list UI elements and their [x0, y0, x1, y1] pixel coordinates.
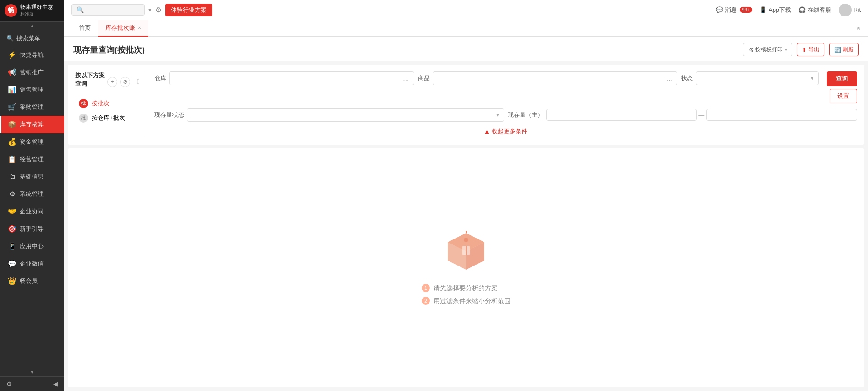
user-profile[interactable]: Rit	[839, 4, 861, 16]
user-name: Rit	[853, 6, 861, 13]
headset-icon: 🎧	[798, 6, 806, 13]
sidebar-item-finance[interactable]: 💰 资金管理	[0, 133, 64, 151]
filter-add-btn[interactable]: +	[107, 77, 117, 87]
sidebar-header: 畅 畅康通好生意 标准版	[0, 0, 64, 22]
filter-collapse-btn[interactable]: 《	[133, 78, 139, 86]
sidebar-item-app-center[interactable]: 📱 应用中心	[0, 238, 64, 255]
sidebar-item-wechat[interactable]: 💬 企业微信	[0, 255, 64, 272]
finance-icon: 💰	[8, 138, 16, 146]
status-select[interactable]: ▾	[696, 71, 819, 85]
online-service-label: 在线客服	[808, 6, 831, 14]
sidebar-item-operations[interactable]: 📋 经营管理	[0, 151, 64, 168]
sidebar-item-label: 销售管理	[20, 86, 44, 94]
scheme-dot-warehouse-batch: 批	[79, 114, 88, 123]
query-button[interactable]: 查询	[827, 71, 857, 86]
footer-collapse-icon[interactable]: ◀	[53, 380, 58, 387]
topbar-search-box[interactable]: 🔍	[71, 4, 145, 16]
message-badge: 99+	[740, 7, 752, 13]
inventory-icon: 📦	[8, 120, 16, 129]
sidebar-item-system[interactable]: ⚙ 系统管理	[0, 185, 64, 203]
scheme-fields-divider	[143, 71, 143, 138]
message-item[interactable]: 💬 消息 99+	[716, 6, 752, 14]
main-area: 🔍 ▾ ⚙ 体验行业方案 💬 消息 99+ 📱 App下载 🎧 在线客服	[64, 0, 868, 391]
brand-edition: 标准版	[20, 11, 53, 17]
filter-top-row: 按以下方案查询 + ⚙ 《	[75, 71, 857, 138]
sidebar-item-inventory[interactable]: 📦 库存核算	[0, 116, 64, 133]
tip-item-1: 1 请先选择要分析的方案	[422, 282, 511, 294]
sidebar-item-member[interactable]: 👑 畅会员	[0, 272, 64, 290]
tab-batch-account[interactable]: 库存批次账 ×	[98, 20, 148, 37]
topbar: 🔍 ▾ ⚙ 体验行业方案 💬 消息 99+ 📱 App下载 🎧 在线客服	[64, 0, 868, 20]
sidebar-item-label: 资金管理	[20, 138, 44, 146]
settings-icon: ⚙	[123, 79, 128, 85]
marketing-icon: 📢	[8, 68, 16, 76]
topbar-search-input[interactable]	[87, 7, 132, 13]
sidebar: 畅 畅康通好生意 标准版 ▲ 🔍 搜索菜单 ⚡ 快捷导航 📢 营销推广 📊 销售…	[0, 0, 64, 391]
enterprise-icon: 🤝	[8, 207, 16, 216]
sidebar-item-basic-info[interactable]: 🗂 基础信息	[0, 168, 64, 185]
status-chevron: ▾	[811, 75, 813, 81]
filter-section-title: 按以下方案查询	[75, 71, 107, 88]
filter-section-actions: + ⚙ 《	[107, 77, 139, 87]
tab-home[interactable]: 首页	[71, 20, 98, 37]
sidebar-search-label: 搜索菜单	[16, 34, 40, 43]
inventory-quantity-label: 现存量（主）	[508, 111, 544, 119]
topbar-left: 🔍 ▾ ⚙ 体验行业方案	[71, 4, 710, 16]
footer-settings-icon[interactable]: ⚙	[6, 380, 12, 387]
sidebar-item-label: 企业微信	[20, 260, 44, 268]
user-avatar	[839, 4, 852, 16]
warehouse-label: 仓库	[154, 74, 166, 82]
sidebar-item-label: 系统管理	[20, 190, 44, 198]
warehouse-input[interactable]: ...	[169, 71, 414, 85]
sidebar-item-enterprise[interactable]: 🤝 企业协同	[0, 203, 64, 220]
app-download-label: App下载	[769, 6, 791, 14]
page-header: 现存量查询(按批次) 🖨 按模板打印 ▾ ⬆ 导出 🔄 刷新	[64, 37, 868, 61]
app-download-item[interactable]: 📱 App下载	[759, 6, 791, 14]
search-icon: 🔍	[6, 35, 14, 42]
inventory-status-select[interactable]: ▾	[187, 108, 504, 122]
tab-close-icon[interactable]: ×	[138, 25, 141, 31]
quantity-max-input[interactable]	[706, 109, 857, 121]
quantity-min-input[interactable]	[546, 109, 697, 121]
inventory-quantity-range: —	[546, 109, 857, 121]
panel-close-button[interactable]: ×	[857, 24, 861, 33]
brand-name: 畅康通好生意	[20, 4, 53, 11]
topbar-search-icon: 🔍	[77, 6, 84, 13]
collapse-more[interactable]: ▲ 收起更多条件	[154, 125, 857, 138]
sidebar-item-quick-nav[interactable]: ⚡ 快捷导航	[0, 46, 64, 64]
tip-text-1: 请先选择要分析的方案	[434, 282, 498, 294]
export-icon: ⬆	[802, 47, 807, 53]
settings-button[interactable]: 设置	[830, 89, 857, 103]
sidebar-item-purchase[interactable]: 🛒 采购管理	[0, 98, 64, 116]
product-input[interactable]: ...	[433, 71, 678, 85]
member-icon: 👑	[8, 277, 16, 285]
empty-state: 1 请先选择要分析的方案 2 用过滤条件来缩小分析范围	[68, 148, 864, 387]
page-actions: 🖨 按模板打印 ▾ ⬆ 导出 🔄 刷新	[743, 43, 859, 56]
sidebar-item-label: 采购管理	[20, 103, 44, 111]
sidebar-scroll-up[interactable]: ▲	[0, 22, 64, 31]
warehouse-dots: ...	[403, 74, 409, 82]
scheme-item-by-batch[interactable]: 批 按批次	[75, 96, 139, 111]
print-btn[interactable]: 🖨 按模板打印 ▾	[743, 43, 792, 56]
experience-btn[interactable]: 体验行业方案	[165, 4, 212, 16]
content-area: 现存量查询(按批次) 🖨 按模板打印 ▾ ⬆ 导出 🔄 刷新	[64, 37, 868, 391]
sidebar-scroll-down[interactable]: ▼	[0, 367, 64, 376]
sidebar-search[interactable]: 🔍 搜索菜单	[0, 31, 64, 46]
operations-icon: 📋	[8, 155, 16, 163]
sidebar-item-marketing[interactable]: 📢 营销推广	[0, 64, 64, 81]
status-label: 状态	[681, 74, 693, 82]
scheme-item-by-warehouse-batch[interactable]: 批 按仓库+批次	[75, 111, 139, 125]
sidebar-item-label: 库存核算	[20, 120, 44, 129]
topbar-gear-icon[interactable]: ⚙	[155, 5, 162, 14]
refresh-btn[interactable]: 🔄 刷新	[829, 43, 859, 56]
topbar-dropdown-arrow[interactable]: ▾	[148, 6, 152, 13]
export-btn[interactable]: ⬆ 导出	[797, 43, 824, 56]
sidebar-item-sales[interactable]: 📊 销售管理	[0, 81, 64, 98]
online-service-item[interactable]: 🎧 在线客服	[798, 6, 831, 14]
sidebar-item-guide[interactable]: 🎯 新手引导	[0, 220, 64, 238]
filter-settings-btn[interactable]: ⚙	[120, 77, 130, 87]
sidebar-footer: ⚙ ◀	[0, 376, 64, 391]
sidebar-item-label: 畅会员	[20, 277, 38, 285]
tip-text-2: 用过滤条件来缩小分析范围	[434, 294, 511, 307]
product-dots: ...	[666, 74, 672, 82]
